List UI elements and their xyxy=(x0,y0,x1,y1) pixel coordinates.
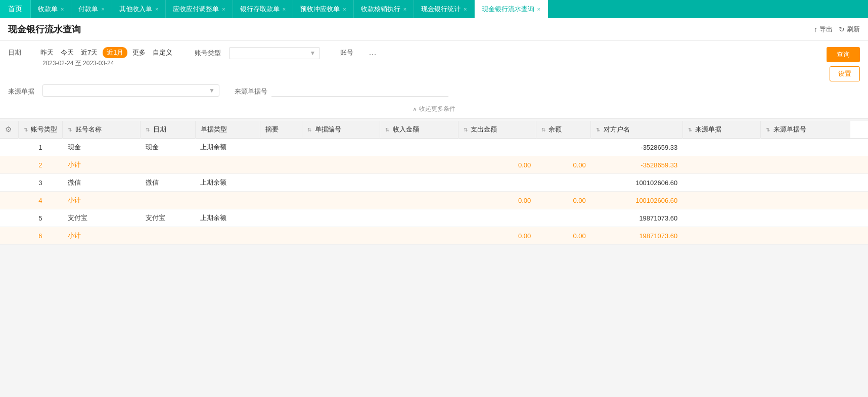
col-account-name-label: 账号名称 xyxy=(75,125,102,133)
collapse-bar[interactable]: ∧ 收起更多条件 xyxy=(8,102,860,114)
col-date-label: 日期 xyxy=(153,125,166,133)
nav-tab-0-close[interactable]: × xyxy=(61,6,64,12)
col-counterpart[interactable]: ⇅ 对方户名 xyxy=(591,121,683,139)
cell-summary xyxy=(302,192,380,209)
nav-tab-1[interactable]: 付款单 × xyxy=(71,0,112,18)
row-num: 4 xyxy=(18,192,63,209)
col-counterpart-label: 对方户名 xyxy=(604,125,630,133)
date-opt-more[interactable]: 更多 xyxy=(130,47,148,58)
date-opt-1month[interactable]: 近1月 xyxy=(103,47,127,58)
nav-tab-4-close[interactable]: × xyxy=(283,6,286,12)
col-income[interactable]: ⇅ 收入金额 xyxy=(380,121,458,139)
cell-settings xyxy=(0,227,18,245)
cell-income xyxy=(458,209,536,227)
nav-tab-8-label: 现金银行流水查询 xyxy=(482,5,534,14)
nav-tab-5-close[interactable]: × xyxy=(343,6,346,12)
nav-tab-6[interactable]: 收款核销执行 × xyxy=(354,0,414,18)
account-label: 账号 xyxy=(340,48,360,57)
chevron-down-icon2: ▼ xyxy=(209,87,215,94)
account-type-label: 账号类型 xyxy=(195,49,225,58)
date-opt-today[interactable]: 今天 xyxy=(59,47,76,58)
col-source-doc-no-label: 来源单据号 xyxy=(773,125,806,133)
cell-date xyxy=(195,227,260,245)
export-button[interactable]: ↑ 导出 xyxy=(814,25,833,34)
refresh-button[interactable]: ↻ 刷新 xyxy=(839,25,860,34)
nav-tab-7[interactable]: 现金银行统计 × xyxy=(414,0,474,18)
nav-tab-4[interactable]: 银行存取款单 × xyxy=(233,0,293,18)
query-button[interactable]: 查询 xyxy=(827,47,860,62)
cell-source-doc-no xyxy=(850,156,868,174)
cell-doc-no xyxy=(380,174,458,192)
cell-account-type: 小计 xyxy=(63,192,141,209)
sort-icon3: ⇅ xyxy=(146,127,150,133)
cell-account-type: 现金 xyxy=(63,139,141,156)
sort-icon2: ⇅ xyxy=(68,127,72,133)
nav-tab-3[interactable]: 应收应付调整单 × xyxy=(166,0,233,18)
date-opt-custom[interactable]: 自定义 xyxy=(151,47,174,58)
source-doc-no-label: 来源单据号 xyxy=(235,84,267,99)
cell-income: 0.00 xyxy=(458,227,536,245)
filter-row2: 来源单据 ▼ 来源单据号 xyxy=(8,84,860,99)
cell-summary xyxy=(302,139,380,156)
nav-tab-7-close[interactable]: × xyxy=(464,6,467,12)
col-source-doc-no[interactable]: ⇅ 来源单据号 xyxy=(761,121,850,139)
date-opt-7days[interactable]: 近7天 xyxy=(79,47,100,58)
row-num: 5 xyxy=(18,209,63,227)
col-account-name[interactable]: ⇅ 账号名称 xyxy=(63,121,141,139)
account-type-select[interactable]: ▼ xyxy=(229,47,320,59)
cell-settings xyxy=(0,174,18,192)
col-expense[interactable]: ⇅ 支出金额 xyxy=(458,121,536,139)
cell-doc-no xyxy=(380,227,458,245)
nav-tab-5[interactable]: 预收冲应收单 × xyxy=(293,0,353,18)
cell-date: 上期余额 xyxy=(195,174,260,192)
cell-settings xyxy=(0,209,18,227)
nav-tab-3-close[interactable]: × xyxy=(222,6,225,12)
col-date[interactable]: ⇅ 日期 xyxy=(141,121,195,139)
cell-account-type: 小计 xyxy=(63,227,141,245)
cell-counterpart xyxy=(682,227,760,245)
nav-tab-2-close[interactable]: × xyxy=(155,6,158,12)
cell-source-doc xyxy=(761,174,850,192)
sort-icon9: ⇅ xyxy=(688,127,692,133)
col-summary-label: 摘要 xyxy=(265,125,279,133)
cell-source-doc xyxy=(761,227,850,245)
source-doc-no-input[interactable] xyxy=(271,84,448,97)
col-income-label: 收入金额 xyxy=(393,125,419,133)
settings-button[interactable]: 设置 xyxy=(830,66,860,81)
cell-source-doc xyxy=(761,192,850,209)
col-summary: 摘要 xyxy=(260,121,302,139)
cell-doc-type xyxy=(260,209,302,227)
nav-tab-1-close[interactable]: × xyxy=(101,6,104,12)
nav-tab-2[interactable]: 其他收入单 × xyxy=(112,0,166,18)
cell-expense: 0.00 xyxy=(536,227,590,245)
sort-icon7: ⇅ xyxy=(541,127,545,133)
cell-account-name: 微信 xyxy=(141,174,195,192)
nav-tab-6-label: 收款核销执行 xyxy=(361,5,400,14)
cell-account-name xyxy=(141,227,195,245)
date-opt-yesterday[interactable]: 昨天 xyxy=(38,47,56,58)
nav-tab-8-close[interactable]: × xyxy=(537,6,540,12)
nav-tab-6-close[interactable]: × xyxy=(403,6,406,12)
col-balance[interactable]: ⇅ 余额 xyxy=(536,121,590,139)
cell-source-doc-no xyxy=(850,227,868,245)
account-more-button[interactable]: ... xyxy=(364,47,380,58)
page-title: 现金银行流水查询 xyxy=(8,23,81,35)
cell-account-type: 支付宝 xyxy=(63,209,141,227)
nav-tab-0[interactable]: 收款单 × xyxy=(31,0,71,18)
cell-balance: 100102606.60 xyxy=(591,192,683,209)
account-group: 账号 ... xyxy=(340,47,380,58)
table-row: 4小计0.000.00100102606.60 xyxy=(0,192,868,209)
sort-icon10: ⇅ xyxy=(766,127,770,133)
col-account-type[interactable]: ⇅ 账号类型 xyxy=(18,121,63,139)
col-source-doc[interactable]: ⇅ 来源单据 xyxy=(682,121,760,139)
table-settings-icon[interactable]: ⚙ xyxy=(5,125,12,134)
source-doc-select[interactable]: ▼ xyxy=(42,84,219,97)
top-nav: 首页 收款单 × 付款单 × 其他收入单 × 应收应付调整单 × 银行存取款单 … xyxy=(0,0,868,18)
nav-home[interactable]: 首页 xyxy=(0,0,31,18)
col-doc-no[interactable]: ⇅ 单据编号 xyxy=(302,121,380,139)
nav-tab-7-label: 现金银行统计 xyxy=(421,5,461,14)
nav-tab-1-label: 付款单 xyxy=(78,5,98,14)
cell-doc-no xyxy=(380,156,458,174)
right-buttons: 查询 设置 xyxy=(827,47,860,81)
nav-tab-8[interactable]: 现金银行流水查询 × xyxy=(475,0,548,18)
